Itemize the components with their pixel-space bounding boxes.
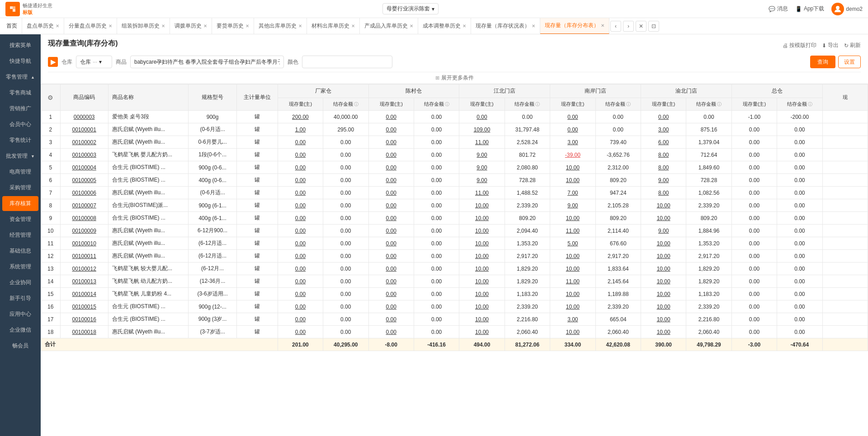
color-input[interactable] [302, 56, 392, 68]
code-link[interactable]: 00100008 [72, 215, 96, 221]
code-link[interactable]: 00100001 [72, 127, 96, 133]
qty-link[interactable]: 0.00 [295, 304, 306, 310]
app-download-btn[interactable]: 📱 App下载 [795, 5, 824, 13]
qty-link[interactable]: 9.00 [476, 152, 487, 158]
qty-link[interactable]: 1.00 [295, 127, 306, 133]
qty-link[interactable]: 10.00 [657, 329, 670, 335]
code-link[interactable]: 00100005 [72, 177, 96, 183]
print-btn[interactable]: 🖨 按模版打印 [783, 42, 816, 49]
code-link[interactable]: 00100012 [72, 266, 96, 272]
export-btn[interactable]: ⬇ 导出 [822, 42, 839, 49]
close-icon[interactable]: ✕ [203, 23, 207, 28]
qty-link[interactable]: 0.00 [386, 152, 396, 158]
sidebar-item-retail-shop[interactable]: 零售商城 [2, 85, 38, 100]
sidebar-item-app-center[interactable]: 应用中心 [2, 307, 38, 322]
qty-link[interactable]: 10.00 [566, 164, 580, 171]
qty-link[interactable]: 10.00 [657, 316, 670, 323]
qty-link[interactable]: 10.00 [566, 329, 580, 335]
qty-link[interactable]: 10.00 [657, 202, 670, 209]
tab-home[interactable]: 首页 [2, 18, 22, 34]
industry-selector[interactable]: 母婴行业演示陈套 ▾ [382, 3, 439, 14]
sidebar-item-member[interactable]: 会员中心 [2, 117, 38, 132]
sidebar-item-marketing[interactable]: 营销推广 [2, 101, 38, 116]
close-icon[interactable]: ✕ [298, 23, 302, 28]
qty-link[interactable]: 0.00 [386, 127, 396, 133]
code-link[interactable]: 00100007 [72, 202, 96, 209]
qty-link[interactable]: 9.00 [567, 202, 578, 209]
qty-link[interactable]: 10.00 [566, 177, 580, 183]
sidebar-item-basic-info[interactable]: 基础信息 [2, 244, 38, 258]
filter-expand-btn[interactable]: ▶ [48, 57, 58, 67]
qty-link[interactable]: 10.00 [475, 202, 489, 209]
qty-link[interactable]: 7.00 [567, 190, 578, 196]
qty-link[interactable]: 109.00 [474, 127, 491, 133]
sidebar-item-retail-manage[interactable]: 零售管理 ▲ [2, 70, 38, 84]
qty-link[interactable]: 0.00 [295, 139, 306, 145]
qty-link[interactable]: 10.00 [657, 304, 670, 310]
sidebar-item-system[interactable]: 系统管理 [2, 259, 38, 274]
tab-stock-distribution[interactable]: 现存量（库存分布表） ✕ [540, 18, 609, 34]
qty-link[interactable]: 10.00 [566, 291, 580, 297]
qty-link[interactable]: 0.00 [658, 114, 669, 120]
code-link[interactable]: 00100011 [72, 253, 96, 259]
qty-link[interactable]: 10.00 [475, 228, 489, 234]
code-link[interactable]: 00100002 [72, 139, 96, 145]
qty-link[interactable]: 0.00 [386, 202, 396, 209]
qty-link[interactable]: 0.00 [386, 215, 396, 221]
sidebar-item-finance[interactable]: 资金管理 [2, 212, 38, 227]
code-link[interactable]: 00100016 [72, 316, 96, 323]
qty-link[interactable]: 0.00 [295, 316, 306, 323]
info-icon[interactable]: ⓘ [445, 102, 449, 107]
qty-link[interactable]: 0.00 [386, 266, 396, 272]
code-link[interactable]: 00100003 [72, 152, 96, 158]
qty-link[interactable]: 0.00 [295, 177, 306, 183]
qty-link[interactable]: 11.00 [566, 278, 580, 285]
qty-link[interactable]: 0.00 [295, 228, 306, 234]
qty-link[interactable]: 0.00 [386, 304, 396, 310]
qty-link[interactable]: 0.00 [386, 278, 396, 285]
close-icon[interactable]: ✕ [601, 23, 604, 28]
sidebar-item-purchase[interactable]: 采购管理 [2, 180, 38, 195]
qty-link[interactable]: 10.00 [475, 278, 489, 285]
qty-link[interactable]: 0.00 [386, 177, 396, 183]
qty-link[interactable]: 10.00 [475, 253, 489, 259]
qty-link[interactable]: 0.00 [386, 139, 396, 145]
info-icon[interactable]: ⓘ [626, 102, 631, 107]
qty-link[interactable]: 0.00 [295, 278, 306, 285]
qty-link[interactable]: 0.00 [386, 291, 396, 297]
close-icon[interactable]: ✕ [462, 23, 466, 28]
product-input[interactable] [130, 56, 284, 68]
tab-inventory-check[interactable]: 盘点单历史 ✕ [22, 18, 64, 34]
tab-nav-next[interactable]: › [623, 21, 634, 32]
qty-link[interactable]: 9.00 [658, 177, 669, 183]
qty-link[interactable]: 8.00 [658, 164, 669, 171]
code-link[interactable]: 00100018 [72, 329, 96, 335]
qty-link[interactable]: 0.00 [295, 291, 306, 297]
qty-link[interactable]: 6.00 [658, 139, 669, 145]
qty-link[interactable]: 10.00 [475, 215, 489, 221]
code-link[interactable]: 00100014 [72, 291, 96, 297]
tab-stock-status[interactable]: 现存量（库存状况表） ✕ [471, 18, 540, 34]
tab-finished-inbound[interactable]: 产成品入库单历史 ✕ [360, 18, 418, 34]
warehouse-selector[interactable]: 仓库 ··· ▾ [76, 56, 112, 68]
close-icon[interactable]: ✕ [108, 23, 112, 28]
qty-link[interactable]: 10.00 [657, 240, 670, 247]
qty-link[interactable]: 0.00 [386, 190, 396, 196]
qty-link[interactable]: 9.00 [476, 164, 487, 171]
qty-link[interactable]: 0.00 [295, 202, 306, 209]
qty-link[interactable]: 10.00 [566, 304, 580, 310]
qty-link[interactable]: 0.00 [567, 114, 578, 120]
qty-link[interactable]: 0.00 [295, 329, 306, 335]
qty-link[interactable]: 0.00 [295, 152, 306, 158]
qty-link[interactable]: 10.00 [475, 240, 489, 247]
close-icon[interactable]: ✕ [56, 23, 59, 28]
user-menu[interactable]: demo2 [831, 3, 863, 15]
qty-link[interactable]: 10.00 [475, 316, 489, 323]
qty-link[interactable]: 0.00 [476, 114, 487, 120]
sidebar-item-ecommerce[interactable]: 电商管理 [2, 164, 38, 179]
qty-link[interactable]: 0.00 [386, 164, 396, 171]
code-link[interactable]: 00100009 [72, 228, 96, 234]
qty-link[interactable]: 11.00 [566, 228, 580, 234]
qty-link[interactable]: 0.00 [295, 190, 306, 196]
sidebar-item-member2[interactable]: 畅会员 [2, 338, 38, 353]
